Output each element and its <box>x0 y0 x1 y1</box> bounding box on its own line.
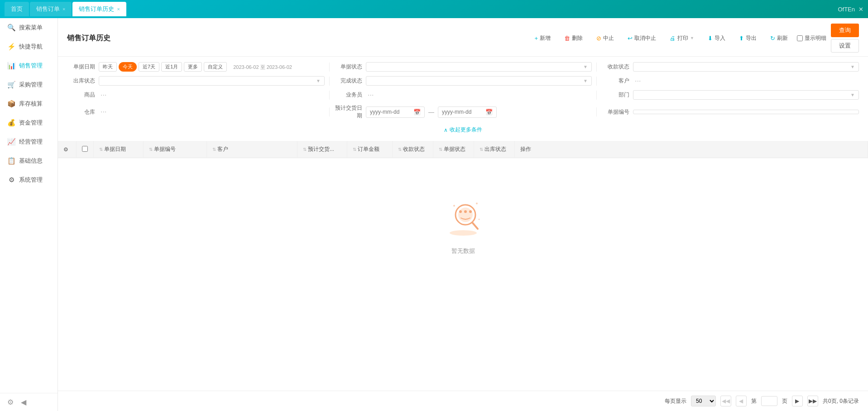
col-amount-label: 订单金额 <box>358 146 379 152</box>
delete-button[interactable]: 🗑 删除 <box>560 32 587 44</box>
export-label: 导出 <box>746 34 757 42</box>
col-check[interactable] <box>76 141 93 158</box>
sidebar: 🔍 搜索菜单 ⚡ 快捷导航 📊 销售管理 🛒 采购管理 📦 库存核算 💰 资金管… <box>0 18 58 411</box>
date-range-text: 2023-06-02 至 2023-06-02 <box>233 64 292 71</box>
divider-1 <box>329 63 330 72</box>
select-all-checkbox[interactable] <box>82 146 88 152</box>
next-page-btn[interactable]: ▶ <box>792 396 803 406</box>
customer-dots-btn[interactable]: ··· <box>633 77 643 85</box>
sidebar-item-purchase[interactable]: 🛒 采购管理 <box>0 75 58 94</box>
sidebar-purchase-label: 采购管理 <box>19 81 43 89</box>
display-cols-toggle[interactable]: 显示明细 <box>797 34 826 42</box>
date-yesterday[interactable]: 昨天 <box>99 62 117 72</box>
toolbar: + 新增 🗑 删除 ⊘ 中止 ↩ 取消中止 🖨 打印 <box>530 24 859 53</box>
topbar-close-icon[interactable]: ✕ <box>858 6 863 13</box>
first-page-btn[interactable]: ◀◀ <box>720 396 731 406</box>
date-more[interactable]: 更多 <box>184 62 202 72</box>
tab-sales-order-history[interactable]: 销售订单历史 × <box>72 2 126 16</box>
sidebar-item-inventory[interactable]: 📦 库存核算 <box>0 94 58 113</box>
col-payment-label: 收款状态 <box>403 146 425 152</box>
prev-page-btn[interactable]: ◀ <box>736 396 747 406</box>
sidebar-item-search[interactable]: 🔍 搜索菜单 <box>0 18 58 37</box>
display-cols-checkbox[interactable] <box>797 35 803 41</box>
sidebar-settings-icon[interactable]: ⚙ <box>7 398 14 406</box>
col-no[interactable]: ⇅ 单据编号 <box>143 141 206 158</box>
delivery-date-to[interactable]: 📅 <box>438 106 497 118</box>
salesperson-label: 业务员 <box>334 91 366 99</box>
product-dots-btn[interactable]: ··· <box>99 91 108 99</box>
filter-area: 单据日期 昨天 今天 近7天 近1月 更多 自定义 2023-06-02 至 2… <box>58 57 868 141</box>
order-no-input[interactable] <box>633 110 859 114</box>
salesperson-dots-btn[interactable]: ··· <box>366 91 375 99</box>
tab-sales-order-close[interactable]: × <box>62 6 65 12</box>
refresh-button[interactable]: ↻ 刷新 <box>766 32 792 44</box>
sidebar-item-sales[interactable]: 📊 销售管理 <box>0 56 58 75</box>
sidebar-sales-label: 销售管理 <box>19 62 43 70</box>
sidebar-item-system[interactable]: ⚙ 系统管理 <box>0 170 58 189</box>
svg-point-7 <box>453 205 455 207</box>
sidebar-item-finance[interactable]: 💰 资金管理 <box>0 113 58 132</box>
finance-icon: 💰 <box>7 119 15 127</box>
cancel-stop-button[interactable]: ↩ 取消中止 <box>623 32 661 44</box>
import-button[interactable]: ⬇ 导入 <box>703 32 730 44</box>
stop-button[interactable]: ⊘ 中止 <box>592 32 619 44</box>
date-7days[interactable]: 近7天 <box>139 62 159 72</box>
col-warehouse-status[interactable]: ⇅ 出库状态 <box>474 141 514 158</box>
collapse-label: 收起更多条件 <box>450 126 482 134</box>
col-date[interactable]: ⇅ 单据日期 <box>93 141 143 158</box>
order-status-select[interactable]: ▼ <box>366 62 592 72</box>
sidebar-item-operations[interactable]: 📈 经营管理 <box>0 132 58 151</box>
warehouse-dots-btn[interactable]: ··· <box>99 108 108 116</box>
calendar-to-icon: 📅 <box>485 109 493 116</box>
sidebar-item-quick-nav[interactable]: ⚡ 快捷导航 <box>0 37 58 56</box>
new-label: 新增 <box>540 34 551 42</box>
refresh-label: 刷新 <box>777 34 788 42</box>
tab-home[interactable]: 首页 <box>5 2 29 16</box>
complete-status-select[interactable]: ▼ <box>366 76 592 86</box>
department-select[interactable]: ▼ <box>633 90 859 100</box>
col-order-status[interactable]: ⇅ 单据状态 <box>433 141 474 158</box>
warehouse-status-label: 出库状态 <box>67 77 99 85</box>
payment-status-select[interactable]: ▼ <box>633 62 859 72</box>
col-payment-status[interactable]: ⇅ 收款状态 <box>392 141 433 158</box>
settings-button[interactable]: 设置 <box>831 39 859 53</box>
warehouse-status-select[interactable]: ▼ <box>99 76 325 86</box>
per-page-select[interactable]: 50 10 20 100 <box>691 396 716 406</box>
col-date-label: 单据日期 <box>104 146 126 152</box>
page-number-input[interactable]: 1 <box>761 396 777 406</box>
date-custom[interactable]: 自定义 <box>204 62 227 72</box>
date-today[interactable]: 今天 <box>119 62 137 72</box>
col-amount[interactable]: ⇅ 订单金额 <box>347 141 392 158</box>
date-quick-btns: 昨天 今天 近7天 近1月 更多 自定义 <box>99 62 227 72</box>
new-button[interactable]: + 新增 <box>530 32 555 44</box>
export-button[interactable]: ⬆ 导出 <box>734 32 761 44</box>
stop-label: 中止 <box>603 34 614 42</box>
import-label: 导入 <box>715 34 725 42</box>
main-layout: 🔍 搜索菜单 ⚡ 快捷导航 📊 销售管理 🛒 采购管理 📦 库存核算 💰 资金管… <box>0 18 868 411</box>
date-1month[interactable]: 近1月 <box>161 62 182 72</box>
often-label: OfTEn <box>838 6 855 13</box>
last-page-btn[interactable]: ▶▶ <box>807 396 818 406</box>
delivery-date-from[interactable]: 📅 <box>366 106 425 118</box>
delivery-date-to-input[interactable] <box>442 109 483 115</box>
col-settings-icon[interactable]: ⚙ <box>63 146 68 153</box>
svg-point-5 <box>464 210 467 213</box>
system-icon: ⚙ <box>7 176 15 184</box>
col-delivery[interactable]: ⇅ 预计交货... <box>297 141 347 158</box>
export-icon: ⬆ <box>739 35 744 42</box>
delivery-date-field: 📅 — 📅 <box>366 106 592 118</box>
tab-sales-order-history-close[interactable]: × <box>117 6 120 12</box>
collapse-btn[interactable]: ∧ 收起更多条件 <box>442 124 484 135</box>
top-bar: 首页 销售订单 × 销售订单历史 × OfTEn ✕ <box>0 0 868 18</box>
delivery-date-from-input[interactable] <box>370 109 411 115</box>
tab-sales-order[interactable]: 销售订单 × <box>30 2 72 16</box>
sidebar-item-basic-info[interactable]: 📋 基础信息 <box>0 151 58 170</box>
col-customer[interactable]: ⇅ 客户 <box>206 141 297 158</box>
basic-info-icon: 📋 <box>7 157 15 165</box>
sidebar-collapse-icon[interactable]: ◀ <box>21 398 26 406</box>
svg-point-4 <box>459 210 462 213</box>
query-button[interactable]: 查询 <box>831 24 859 37</box>
col-settings[interactable]: ⚙ <box>58 141 76 158</box>
print-button[interactable]: 🖨 打印 ▼ <box>665 32 699 44</box>
page-label: 第 <box>751 397 757 405</box>
